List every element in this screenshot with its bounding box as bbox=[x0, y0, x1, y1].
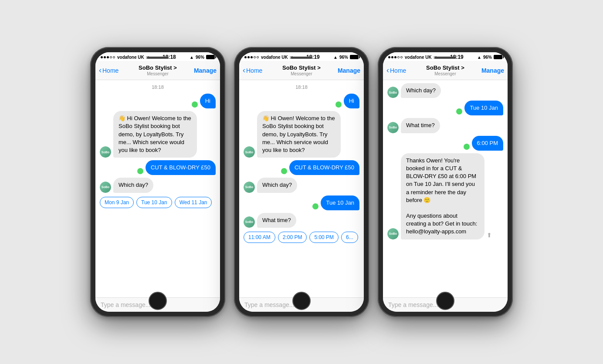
bot-avatar-image: SoBo bbox=[244, 146, 255, 158]
signal-dot-empty bbox=[113, 56, 115, 58]
message-row-4: SoBoThanks Owen! You're booked in for a … bbox=[387, 153, 503, 239]
message-row-3: 6:00 PM bbox=[387, 136, 503, 151]
quick-reply-2[interactable]: 5:00 PM bbox=[309, 232, 339, 243]
nav-back-button[interactable]: ‹ Home bbox=[386, 67, 420, 74]
message-row-2: SoBoWhat time? bbox=[387, 118, 503, 133]
status-right: ▲ 96% bbox=[190, 55, 215, 60]
chat-area: SoBoWhich day?Tue 10 JanSoBoWhat time?6:… bbox=[383, 80, 508, 297]
message-timestamp: 18:18 bbox=[244, 84, 359, 90]
gps-icon: ▲ bbox=[333, 55, 338, 60]
user-bubble-0: Hi bbox=[344, 94, 359, 108]
signal-dot bbox=[251, 56, 253, 58]
quick-replies-row: 11:00 AM2:00 PM5:00 PM6... bbox=[244, 230, 359, 245]
phones-container: vodafone UK □ 18:18 ▲ 96% ‹ Home SoBo St… bbox=[90, 47, 513, 317]
status-bar: vodafone UK □ 18:19 ▲ 96% bbox=[383, 52, 508, 61]
back-arrow-icon: ‹ bbox=[243, 66, 245, 74]
bot-bubble-4: Thanks Owen! You're booked in for a CUT … bbox=[401, 153, 484, 239]
phone-1: vodafone UK □ 18:18 ▲ 96% ‹ Home SoBo St… bbox=[90, 47, 225, 317]
wifi-icon: □ bbox=[290, 55, 293, 60]
bot-avatar-image: SoBo bbox=[387, 87, 399, 98]
message-delivered-icon bbox=[137, 168, 143, 174]
message-delivered-icon bbox=[464, 144, 470, 150]
status-bar: vodafone UK □ 18:18 ▲ 96% bbox=[95, 52, 220, 61]
back-arrow-icon: ‹ bbox=[99, 66, 102, 74]
message-delivered-icon bbox=[281, 168, 287, 174]
bot-avatar: SoBo bbox=[387, 87, 399, 98]
signal-dot bbox=[104, 56, 106, 58]
nav-manage-button[interactable]: Manage bbox=[471, 67, 504, 74]
gps-icon: ▲ bbox=[477, 55, 481, 60]
nav-back-label[interactable]: Home bbox=[102, 67, 119, 74]
message-input[interactable]: Type a message... bbox=[383, 297, 508, 312]
status-left: vodafone UK □ bbox=[388, 55, 437, 60]
battery-icon bbox=[350, 55, 359, 59]
nav-back-label[interactable]: Home bbox=[390, 67, 406, 74]
quick-reply-1[interactable]: Tue 10 Jan bbox=[136, 197, 172, 208]
signal-dot bbox=[101, 56, 103, 58]
message-row-0: Hi bbox=[244, 94, 359, 108]
status-left: vodafone UK □ bbox=[101, 55, 149, 60]
quick-reply-0[interactable]: Mon 9 Jan bbox=[100, 197, 134, 208]
nav-manage-button[interactable]: Manage bbox=[183, 67, 217, 74]
message-row-2: CUT & BLOW-DRY £50 bbox=[244, 160, 359, 175]
status-left: vodafone UK □ bbox=[244, 55, 293, 60]
signal-dot bbox=[244, 56, 247, 58]
chat-area: 18:18HiSoBo👋 Hi Owen! Welcome to the SoB… bbox=[95, 80, 220, 297]
nav-back-button[interactable]: ‹ Home bbox=[243, 67, 276, 74]
status-time: 18:19 bbox=[306, 54, 320, 60]
bot-avatar: SoBo bbox=[387, 122, 399, 133]
signal-dot-empty bbox=[397, 56, 400, 58]
battery-icon bbox=[206, 55, 215, 59]
message-input[interactable]: Type a message... bbox=[95, 297, 220, 312]
message-row-3: SoBoWhich day? bbox=[244, 178, 359, 192]
signal-dots bbox=[244, 56, 259, 58]
signal-dot bbox=[391, 56, 393, 58]
carrier-label: vodafone UK bbox=[405, 55, 432, 60]
message-delivered-icon bbox=[312, 203, 318, 209]
back-arrow-icon: ‹ bbox=[386, 66, 389, 74]
nav-manage-button[interactable]: Manage bbox=[327, 67, 360, 74]
quick-reply-1[interactable]: 2:00 PM bbox=[278, 232, 307, 243]
carrier-label: vodafone UK bbox=[117, 55, 144, 60]
user-bubble-2: CUT & BLOW-DRY £50 bbox=[289, 160, 359, 175]
quick-reply-2[interactable]: Wed 11 Jan bbox=[175, 197, 212, 208]
bot-avatar: SoBo bbox=[244, 216, 255, 228]
bot-bubble-3: Which day? bbox=[257, 178, 297, 192]
bot-avatar-image: SoBo bbox=[244, 182, 255, 193]
message-delivered-icon bbox=[456, 108, 462, 115]
signal-dot-empty bbox=[400, 56, 403, 58]
message-timestamp: 18:18 bbox=[100, 84, 216, 90]
battery-label: 96% bbox=[196, 55, 204, 60]
nav-center: SoBo Stylist > Messenger bbox=[132, 64, 183, 76]
chat-area: 18:18HiSoBo👋 Hi Owen! Welcome to the SoB… bbox=[239, 80, 364, 297]
status-right: ▲ 96% bbox=[333, 55, 359, 60]
nav-subtitle: Messenger bbox=[420, 71, 471, 76]
quick-reply-0[interactable]: 11:00 AM bbox=[244, 232, 275, 243]
wifi-icon: □ bbox=[146, 55, 149, 60]
nav-subtitle: Messenger bbox=[132, 71, 183, 76]
gps-icon: ▲ bbox=[190, 55, 194, 60]
message-row-1: SoBo👋 Hi Owen! Welcome to the SoBo Styli… bbox=[100, 111, 216, 158]
signal-dot bbox=[388, 56, 390, 58]
bot-avatar-image: SoBo bbox=[244, 216, 255, 228]
battery-label: 96% bbox=[339, 55, 348, 60]
bot-bubble-1: 👋 Hi Owen! Welcome to the SoBo Stylist b… bbox=[113, 111, 197, 158]
bot-avatar: SoBo bbox=[387, 228, 399, 239]
signal-dot bbox=[107, 56, 109, 58]
user-bubble-0: Hi bbox=[200, 94, 216, 108]
nav-back-label[interactable]: Home bbox=[246, 67, 262, 74]
nav-bar: ‹ Home SoBo Stylist > Messenger Manage bbox=[383, 61, 508, 80]
quick-reply-3[interactable]: 6... bbox=[341, 232, 358, 243]
phone-3: vodafone UK □ 18:19 ▲ 96% ‹ Home SoBo St… bbox=[378, 47, 513, 317]
message-input[interactable]: Type a message... bbox=[239, 297, 364, 312]
message-row-4: Tue 10 Jan bbox=[244, 195, 359, 210]
bot-avatar-image: SoBo bbox=[100, 182, 111, 193]
share-icon[interactable]: ⬆ bbox=[487, 232, 492, 239]
user-bubble-1: Tue 10 Jan bbox=[464, 101, 503, 115]
bot-bubble-3: Which day? bbox=[113, 178, 153, 192]
wifi-icon: □ bbox=[434, 55, 437, 60]
nav-back-button[interactable]: ‹ Home bbox=[99, 67, 132, 74]
user-bubble-2: CUT & BLOW-DRY £50 bbox=[146, 160, 216, 175]
phone-2: vodafone UK □ 18:19 ▲ 96% ‹ Home SoBo St… bbox=[234, 47, 369, 317]
nav-title: SoBo Stylist > bbox=[276, 64, 327, 71]
